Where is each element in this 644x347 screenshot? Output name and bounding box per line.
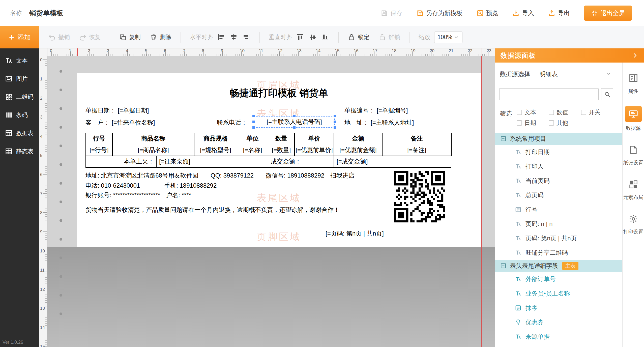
- field-item[interactable]: 业务员•员工名称: [495, 286, 622, 301]
- filter-option-1[interactable]: 文本: [517, 108, 536, 116]
- page-number-field[interactable]: [=页码: 第n页 | 共n页]: [326, 229, 384, 238]
- checkbox[interactable]: [549, 110, 554, 115]
- field-item[interactable]: 总页码: [495, 188, 622, 202]
- strip-item-2[interactable]: 数据源: [625, 106, 642, 132]
- table-header-cell[interactable]: 数量: [268, 133, 295, 144]
- address-field[interactable]: 地 址： [=主联系人地址]: [344, 119, 414, 127]
- lock-button[interactable]: 锁定: [348, 33, 369, 41]
- owe-label-cell[interactable]: 本单上欠：: [86, 156, 157, 167]
- strip-item-1[interactable]: 属性: [625, 71, 641, 95]
- resize-handle[interactable]: [252, 114, 255, 118]
- export-button[interactable]: 导出: [548, 9, 570, 17]
- table-data-cell[interactable]: [=行号]: [86, 144, 112, 156]
- table-header-cell[interactable]: 商品规格: [194, 133, 237, 144]
- checkbox[interactable]: [517, 120, 522, 126]
- resize-handle[interactable]: [333, 120, 336, 123]
- resize-handle[interactable]: [333, 114, 336, 118]
- align-left-icon[interactable]: [217, 33, 225, 41]
- template-title[interactable]: 畅捷通打印模板 销货单: [77, 87, 481, 100]
- field-item[interactable]: 打印人: [495, 159, 622, 174]
- preview-button[interactable]: 预览: [477, 9, 498, 17]
- footer-line-bank[interactable]: 银行账号: ******************** 户名: ****: [85, 191, 191, 199]
- delete-button[interactable]: 删除: [150, 33, 171, 41]
- table-data-cell[interactable]: [=优惠前单价]: [295, 144, 334, 156]
- field-item[interactable]: 外部订单号: [495, 272, 622, 286]
- chevron-down-icon[interactable]: [606, 71, 612, 77]
- footer-line-address[interactable]: 地址: 北京市海淀区北清路68号用友软件园 QQ: 393879122 微信号:…: [85, 171, 355, 180]
- table-data-cell[interactable]: [=优惠前金额]: [334, 144, 382, 156]
- table-data-cell[interactable]: [=名称]: [237, 144, 268, 156]
- filter-option-3[interactable]: 开关: [581, 108, 600, 116]
- customer-field[interactable]: 客 户： [=往来单位名称]: [85, 119, 155, 127]
- footer-line-phone[interactable]: 电话: 010-62430001 手机: 18910888292: [85, 182, 217, 190]
- strip-item-4[interactable]: 元素布局: [623, 177, 643, 201]
- field-item[interactable]: 抹零: [495, 301, 622, 315]
- checkbox[interactable]: [549, 120, 554, 126]
- save-button[interactable]: 保存: [381, 9, 402, 17]
- resize-handle[interactable]: [252, 126, 255, 129]
- section-header-1[interactable]: 系统常用项目: [495, 133, 622, 145]
- sidebar-item-2[interactable]: 图片: [0, 70, 39, 88]
- owe-value-cell[interactable]: [=往来余额]: [157, 156, 268, 167]
- import-button[interactable]: 导入: [512, 9, 534, 17]
- sidebar-item-4[interactable]: 条码: [0, 106, 39, 124]
- zoom-select[interactable]: 100%: [434, 32, 462, 43]
- resize-handle[interactable]: [252, 120, 255, 123]
- sidebar-item-3[interactable]: 二维码: [0, 88, 39, 106]
- amount-label-cell[interactable]: 成交金额：: [268, 156, 334, 167]
- table-data-cell[interactable]: [=商品名称]: [112, 144, 194, 156]
- checkbox[interactable]: [517, 110, 522, 115]
- field-item[interactable]: 来源单据: [495, 329, 622, 344]
- section-header-2[interactable]: 表头表尾详细字段主表: [495, 260, 622, 272]
- search-input[interactable]: [499, 88, 599, 100]
- field-item[interactable]: 行号: [495, 202, 622, 217]
- unlock-button[interactable]: 解锁: [378, 33, 400, 41]
- table-data-cell[interactable]: [=规格型号]: [194, 144, 237, 156]
- table-header-cell[interactable]: 行号: [86, 133, 112, 144]
- amount-value-cell[interactable]: [=成交金额]: [334, 156, 450, 167]
- redo-button[interactable]: 恢复: [79, 33, 101, 41]
- save-as-new-template-button[interactable]: 另存为新模板: [417, 9, 462, 17]
- field-item[interactable]: 优惠券: [495, 315, 622, 329]
- filter-option-5[interactable]: 其他: [549, 119, 568, 127]
- strip-item-3[interactable]: 纸张设置: [623, 143, 643, 166]
- checkbox[interactable]: [581, 110, 586, 115]
- doc-date-field[interactable]: 单据日期： [=单据日期]: [85, 106, 149, 114]
- table-header-cell[interactable]: 商品名称: [112, 133, 194, 144]
- add-button[interactable]: 添加: [0, 26, 39, 48]
- table-data-cell[interactable]: [=备注]: [382, 144, 451, 156]
- search-button[interactable]: [601, 88, 613, 100]
- field-item[interactable]: 页码: n | n: [495, 217, 622, 231]
- doc-no-field[interactable]: 单据编号： [=单据编号]: [344, 106, 408, 114]
- field-item[interactable]: 当前页码: [495, 174, 622, 188]
- exit-fullscreen-button[interactable]: 退出全屏: [584, 6, 632, 21]
- items-table[interactable]: 行号商品名称商品规格单位数量单价金额备注[=行号][=商品名称][=规格型号][…: [85, 133, 451, 168]
- phone-label-field[interactable]: 联系电话：: [217, 119, 247, 127]
- strip-item-5[interactable]: 打印设置: [623, 212, 643, 235]
- undo-button[interactable]: 撤销: [48, 33, 70, 41]
- table-header-cell[interactable]: 金额: [334, 133, 382, 144]
- panel-collapse-icon[interactable]: [632, 52, 638, 59]
- sidebar-item-1[interactable]: 文本: [0, 51, 39, 70]
- table-header-cell[interactable]: 备注: [382, 133, 451, 144]
- table-header-cell[interactable]: 单价: [295, 133, 334, 144]
- field-item[interactable]: 旺铺分享二维码: [495, 245, 622, 260]
- qr-code-image[interactable]: [394, 171, 445, 222]
- filter-option-4[interactable]: 日期: [517, 119, 536, 127]
- field-item[interactable]: 打印日期: [495, 145, 622, 159]
- align-right-icon[interactable]: [242, 33, 250, 41]
- align-top-icon[interactable]: [296, 33, 304, 41]
- design-canvas[interactable]: 页眉区域 表头区域 表尾区域 页脚区域 畅捷通打印模板 销货单 单据日期： [=…: [47, 56, 495, 347]
- table-header-cell[interactable]: 单位: [237, 133, 268, 144]
- resize-handle[interactable]: [293, 114, 296, 118]
- sidebar-item-5[interactable]: 数据表: [0, 124, 39, 142]
- align-bottom-icon[interactable]: [321, 33, 329, 41]
- resize-handle[interactable]: [293, 126, 296, 129]
- filter-option-2[interactable]: 数值: [549, 108, 568, 116]
- footer-line-notice[interactable]: 货物当天请验收清楚，产品质量问题请在一个月内退换，逾期概不负责，还望谅解，谢谢合…: [85, 206, 340, 214]
- table-data-cell[interactable]: [=数量]: [268, 144, 295, 156]
- sidebar-item-6[interactable]: 静态表: [0, 142, 39, 160]
- field-item[interactable]: 页码: 第n页 | 共n页: [495, 231, 622, 245]
- copy-button[interactable]: 复制: [119, 33, 141, 41]
- resize-handle[interactable]: [333, 126, 336, 129]
